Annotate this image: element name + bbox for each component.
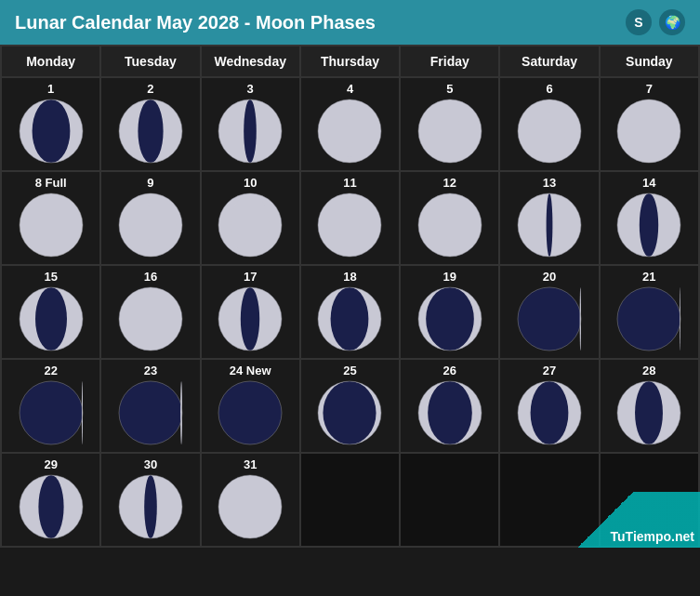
- moon-25: [316, 379, 383, 446]
- day-cell-5: 5: [400, 77, 499, 171]
- day-number-17: 17: [204, 270, 297, 284]
- svg-point-33: [441, 99, 459, 163]
- day-cell-28: 28: [600, 359, 699, 453]
- moon-21: [615, 285, 682, 352]
- svg-point-165: [324, 381, 376, 444]
- svg-point-47: [627, 99, 672, 163]
- day-cell-24: 24 New: [201, 359, 300, 453]
- day-number-24: 24 New: [204, 364, 297, 377]
- calendar-header: Lunar Calendar May 2028 - Moon Phases S …: [0, 0, 700, 45]
- day-header-thursday: Thursday: [300, 46, 400, 77]
- day-cell-20: 20: [499, 265, 599, 359]
- day-header-monday: Monday: [1, 46, 100, 77]
- moon-13: [516, 192, 583, 258]
- empty-cell: [400, 453, 499, 547]
- moon-8: [18, 192, 85, 258]
- day-cell-19: 19: [400, 265, 499, 359]
- day-number-8: 8 Full: [4, 176, 98, 190]
- svg-point-152: [119, 381, 182, 444]
- day-header-tuesday: Tuesday: [100, 46, 200, 77]
- day-cell-14: 14: [600, 171, 699, 265]
- day-cell-29: 29: [1, 453, 100, 547]
- svg-point-26: [347, 99, 353, 163]
- svg-point-94: [640, 193, 658, 257]
- svg-point-59: [125, 193, 176, 257]
- day-number-10: 10: [204, 176, 297, 190]
- moon-12: [416, 192, 483, 258]
- day-cell-16: 16: [100, 265, 200, 359]
- day-number-2: 2: [103, 82, 197, 96]
- day-cell-17: 17: [201, 265, 300, 359]
- day-number-26: 26: [403, 364, 496, 377]
- moon-5: [416, 98, 483, 165]
- globe-icon[interactable]: 🌍: [659, 9, 685, 35]
- svg-point-186: [635, 381, 663, 444]
- day-number-16: 16: [103, 270, 197, 284]
- svg-point-146: [20, 381, 83, 444]
- day-number-11: 11: [303, 176, 397, 190]
- day-cell-6: 6: [499, 77, 599, 171]
- svg-point-52: [20, 193, 83, 257]
- day-number-21: 21: [602, 270, 696, 284]
- svg-point-73: [340, 193, 359, 257]
- moon-19: [416, 285, 483, 352]
- day-cell-8: 8 Full: [1, 171, 100, 265]
- moon-27: [516, 379, 583, 446]
- svg-point-107: [119, 287, 182, 351]
- day-cell-25: 25: [300, 359, 400, 453]
- day-number-31: 31: [204, 457, 297, 471]
- day-cell-31: 31: [201, 453, 300, 547]
- day-number-28: 28: [602, 364, 696, 377]
- svg-point-122: [331, 287, 369, 351]
- day-cell-2: 2: [100, 77, 200, 171]
- moon-29: [18, 473, 85, 540]
- svg-point-40: [534, 99, 565, 163]
- day-number-29: 29: [4, 457, 98, 471]
- moon-1: [18, 98, 85, 165]
- day-number-6: 6: [502, 82, 596, 96]
- moon-20: [516, 285, 583, 352]
- empty-cell: [300, 453, 400, 547]
- day-cell-22: 22: [1, 359, 100, 453]
- svg-point-129: [426, 287, 474, 351]
- svg-point-193: [38, 475, 63, 538]
- empty-cell: [600, 453, 699, 547]
- moon-7: [615, 98, 682, 165]
- day-cell-11: 11: [300, 171, 400, 265]
- calendar-grid: MondayTuesdayWednesdayThursdayFridaySatu…: [0, 45, 700, 548]
- day-header-wednesday: Wednesday: [201, 46, 300, 77]
- svg-point-158: [218, 381, 282, 444]
- moon-2: [117, 98, 184, 165]
- svg-point-134: [518, 287, 581, 351]
- header-icons: S 🌍: [626, 9, 685, 35]
- svg-point-5: [32, 99, 70, 163]
- moon-23: [117, 379, 184, 446]
- day-cell-26: 26: [400, 359, 499, 453]
- svg-point-101: [35, 287, 67, 351]
- day-number-22: 22: [4, 364, 98, 377]
- header-title: Lunar Calendar May 2028 - Moon Phases: [15, 12, 376, 33]
- day-number-25: 25: [303, 364, 397, 377]
- day-cell-9: 9: [100, 171, 200, 265]
- svg-point-140: [617, 287, 680, 351]
- day-number-13: 13: [502, 176, 596, 190]
- moon-28: [615, 379, 682, 446]
- moon-22: [18, 379, 85, 446]
- moon-16: [117, 285, 184, 352]
- moon-9: [117, 192, 184, 258]
- day-cell-21: 21: [600, 265, 699, 359]
- search-icon[interactable]: S: [626, 9, 652, 35]
- day-cell-23: 23: [100, 359, 200, 453]
- moon-24: [217, 379, 284, 446]
- day-number-15: 15: [4, 270, 98, 284]
- moon-18: [316, 285, 383, 352]
- moon-30: [117, 473, 184, 540]
- svg-point-19: [244, 99, 257, 163]
- svg-point-66: [231, 193, 270, 257]
- day-number-9: 9: [103, 176, 197, 190]
- day-cell-7: 7: [600, 77, 699, 171]
- day-number-19: 19: [403, 270, 496, 284]
- svg-point-172: [428, 381, 472, 444]
- moon-3: [217, 98, 284, 165]
- day-number-30: 30: [103, 457, 197, 471]
